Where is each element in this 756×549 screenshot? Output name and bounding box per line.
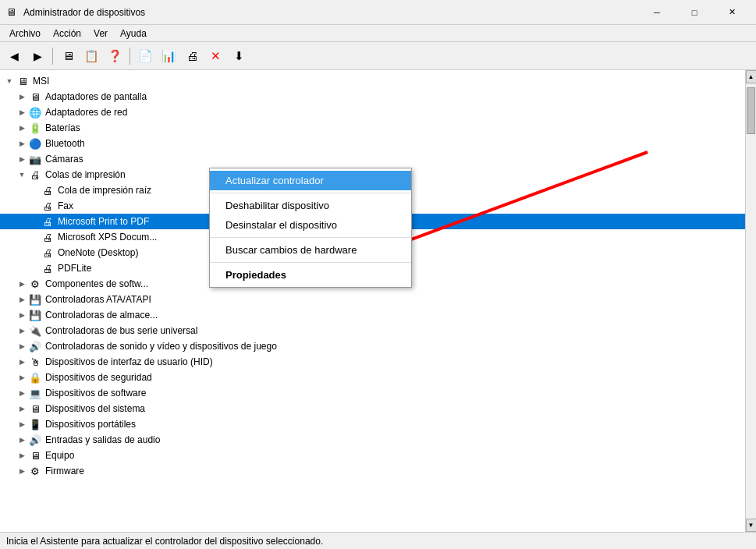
maximize-button[interactable]: □ — [676, 0, 712, 25]
ctx-properties[interactable]: Propiedades — [210, 265, 411, 285]
remove-button[interactable]: ✕ — [204, 45, 226, 67]
download-button[interactable]: ⬇ — [228, 45, 250, 67]
minimize-button[interactable]: ─ — [639, 0, 675, 25]
ctx-separator-1 — [210, 193, 411, 193]
device-icon: ⚙ — [28, 465, 42, 477]
item-label: Dispositivos de software — [45, 388, 146, 398]
list-item[interactable]: ▶ 💾 Controladoras ATA/ATAPI — [0, 292, 745, 307]
item-label: Controladoras ATA/ATAPI — [45, 294, 151, 305]
device-tree[interactable]: ▼ 🖥 MSI ▶ 🖥 Adaptadores de pantalla ▶ 🌐 … — [0, 70, 745, 532]
scroll-track[interactable] — [746, 83, 756, 519]
properties-button[interactable]: 🖥 — [57, 45, 79, 67]
toolbar-separator-2 — [130, 48, 130, 65]
expand-icon: ▶ — [16, 467, 28, 475]
toolbar-separator-1 — [52, 48, 53, 65]
list-item[interactable]: ▶ 📱 Dispositivos portátiles — [0, 416, 745, 432]
device-icon: 🖨 — [41, 246, 55, 259]
menu-ayuda[interactable]: Ayuda — [114, 27, 153, 41]
device-icon: 🖨 — [41, 262, 55, 274]
title-bar: 🖥 Administrador de dispositivos ─ □ ✕ — [0, 0, 756, 25]
device-icon: 🔊 — [28, 434, 42, 446]
list-item[interactable]: ▶ 🔌 Controladoras de bus serie universal — [0, 323, 745, 338]
ctx-uninstall-device[interactable]: Desinstalar el dispositivo — [210, 215, 411, 235]
list-item[interactable]: ▶ ⚙ Firmware — [0, 463, 745, 479]
item-label: PDFLite — [58, 263, 91, 274]
back-button[interactable]: ◀ — [3, 45, 25, 67]
item-label: Bluetooth — [45, 138, 85, 149]
expand-icon: ▼ — [16, 171, 28, 179]
close-button[interactable]: ✕ — [714, 0, 750, 25]
list-item[interactable]: ▶ 🔊 Controladoras de sonido y vídeo y di… — [0, 338, 745, 354]
toolbar: ◀ ▶ 🖥 📋 ❓ 📄 📊 🖨 ✕ ⬇ — [0, 42, 756, 70]
scroll-up-button[interactable]: ▲ — [746, 70, 757, 83]
list-item[interactable]: ▶ 🖥 Dispositivos del sistema — [0, 401, 745, 416]
item-label: Entradas y salidas de audio — [45, 434, 160, 445]
item-label: Dispositivos portátiles — [45, 419, 136, 430]
item-label: Baterías — [45, 122, 80, 133]
item-label: Equipo — [45, 450, 74, 461]
item-label: Controladoras de sonido y vídeo y dispos… — [45, 341, 277, 352]
expand-icon: ▶ — [16, 140, 28, 147]
list-item[interactable]: ▶ 🔒 Dispositivos de seguridad — [0, 370, 745, 385]
list-item[interactable]: ▶ 🖥 Adaptadores de pantalla — [0, 89, 745, 104]
bluetooth-item[interactable]: ▶ 🔵 Bluetooth — [0, 136, 745, 151]
ctx-separator-3 — [210, 262, 411, 263]
device-icon: 🖨 — [28, 168, 42, 181]
ctx-separator-2 — [210, 237, 411, 238]
item-label: Dispositivos de seguridad — [45, 372, 152, 383]
update-driver-button[interactable]: 📋 — [80, 45, 102, 67]
device-icon: 🖨 — [41, 215, 55, 228]
window-controls: ─ □ ✕ — [639, 0, 750, 25]
menu-ver[interactable]: Ver — [87, 27, 114, 41]
menu-accion[interactable]: Acción — [47, 27, 87, 41]
list-item[interactable]: ▶ 🔋 Baterías — [0, 120, 745, 136]
vertical-scrollbar[interactable]: ▲ ▼ — [745, 70, 756, 532]
add-button[interactable]: 🖨 — [181, 45, 203, 67]
expand-icon: ▶ — [16, 405, 28, 413]
list-item[interactable]: ▶ 🖱 Dispositivos de interfaz de usuario … — [0, 354, 745, 370]
list-item[interactable]: ▶ 💻 Dispositivos de software — [0, 385, 745, 401]
scroll-thumb[interactable] — [747, 87, 755, 134]
item-label: Cámaras — [45, 154, 83, 165]
context-menu: Actualizar controlador Deshabilitar disp… — [209, 168, 412, 288]
root-icon: 🖥 — [16, 75, 30, 87]
item-label: Cola de impresión raíz — [58, 185, 151, 196]
menu-archivo[interactable]: Archivo — [3, 27, 47, 41]
device-icon: 🔊 — [28, 340, 42, 352]
device-icon: 💻 — [28, 387, 42, 399]
app-icon: 🖥 — [6, 6, 19, 19]
list-item[interactable]: ▶ 💾 Controladoras de almace... — [0, 307, 745, 323]
item-label: Fax — [58, 200, 73, 211]
expand-icon: ▶ — [16, 93, 28, 101]
expand-icon: ▶ — [16, 358, 28, 366]
scan-button[interactable]: 📄 — [134, 45, 156, 67]
forward-button[interactable]: ▶ — [27, 45, 48, 67]
item-label: Dispositivos de interfaz de usuario (HID… — [45, 356, 213, 367]
window-title: Administrador de dispositivos — [23, 7, 639, 18]
item-label: Microsoft Print to PDF — [58, 216, 149, 227]
root-expander: ▼ — [3, 77, 16, 85]
item-label: Adaptadores de red — [45, 107, 127, 118]
list-item[interactable]: ▶ 🔊 Entradas y salidas de audio — [0, 432, 745, 448]
view-button[interactable]: 📊 — [158, 45, 179, 67]
help-button[interactable]: ❓ — [104, 45, 126, 67]
device-icon: 🖥 — [28, 449, 42, 462]
list-item[interactable]: ▶ 📷 Cámaras — [0, 151, 745, 167]
tree-root[interactable]: ▼ 🖥 MSI — [0, 73, 745, 89]
status-bar: Inicia el Asistente para actualizar el c… — [0, 532, 756, 549]
list-item[interactable]: ▶ 🌐 Adaptadores de red — [0, 104, 745, 120]
list-item[interactable]: ▶ 🖥 Equipo — [0, 448, 745, 463]
status-text: Inicia el Asistente para actualizar el c… — [6, 536, 323, 547]
expand-icon: ▶ — [16, 436, 28, 444]
scroll-down-button[interactable]: ▼ — [746, 519, 757, 532]
ctx-scan-hardware[interactable]: Buscar cambios de hardware — [210, 240, 411, 260]
expand-icon: ▶ — [16, 296, 28, 303]
device-icon: 🖥 — [28, 402, 42, 415]
ctx-disable-device[interactable]: Deshabilitar dispositivo — [210, 196, 411, 215]
item-label: Dispositivos del sistema — [45, 403, 145, 414]
device-icon: 🖨 — [41, 184, 55, 197]
menu-bar: Archivo Acción Ver Ayuda — [0, 25, 756, 42]
device-icon: 🌐 — [28, 106, 42, 119]
item-label: Componentes de softw... — [45, 278, 148, 289]
ctx-update-driver[interactable]: Actualizar controlador — [210, 171, 411, 190]
